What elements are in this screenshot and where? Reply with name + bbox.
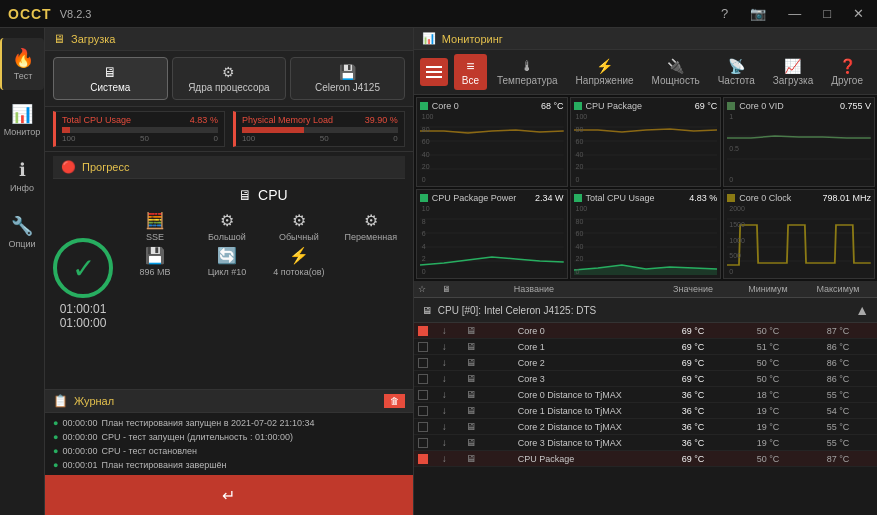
tab-voltage-label: Напряжение xyxy=(576,75,634,86)
sidebar-item-test[interactable]: 🔥 Тест xyxy=(0,38,44,90)
svg-rect-10 xyxy=(727,113,871,183)
row-8-name: CPU Package xyxy=(514,454,653,464)
time-elapsed: 01:00:01 01:00:00 xyxy=(60,302,107,330)
entry-time-3: 00:00:01 xyxy=(62,460,97,470)
row-6-val: 36 °C xyxy=(653,422,733,432)
row-4-val: 36 °C xyxy=(653,390,733,400)
group-cpu-icon: 🖥 xyxy=(422,305,432,316)
chart-clk-dot xyxy=(727,194,735,202)
row-5-icon2: 🖥 xyxy=(466,405,490,416)
row-2-check[interactable] xyxy=(418,358,428,368)
table-row-5: ↓ 🖥 Core 1 Distance to TjMAX 36 °C 19 °C… xyxy=(414,403,877,419)
chart-vid-yaxis: 10.50 xyxy=(727,113,747,183)
progress-header: 🔴 Прогресс xyxy=(53,156,405,179)
row-6-check[interactable] xyxy=(418,422,428,432)
title-bar: OCCT V8.2.3 ? 📷 — □ ✕ xyxy=(0,0,877,28)
row-8-check[interactable] xyxy=(418,454,428,464)
tab-cpu[interactable]: 💾 Celeron J4125 xyxy=(290,57,405,100)
chart-cpupkg-dot xyxy=(574,102,582,110)
row-7-check[interactable] xyxy=(418,438,428,448)
row-5-icon1: ↓ xyxy=(442,405,466,416)
row-7-max: 55 °C xyxy=(803,438,873,448)
tab-temp[interactable]: 🌡 Температура xyxy=(489,54,566,90)
sistema-icon: 🖥 xyxy=(103,64,117,80)
sidebar-item-info[interactable]: ℹ Инфо xyxy=(0,150,44,202)
tab-other[interactable]: ❓ Другое xyxy=(823,54,871,90)
cpu-title-icon: 🖥 xyxy=(238,187,252,203)
col-check: ☆ xyxy=(418,284,442,294)
row-3-icon2: 🖥 xyxy=(466,373,490,384)
sidebar-label-info: Инфо xyxy=(10,183,34,193)
tab-all[interactable]: ≡ Все xyxy=(454,54,487,90)
mem-stat-label: Physical Memory Load 39.90 % xyxy=(242,115,398,125)
chart-clk-canvas: 2000150010005000 xyxy=(727,205,871,275)
chart-clk-title: Core 0 Clock 798.01 MHz xyxy=(727,193,871,203)
row-0-icon2: 🖥 xyxy=(466,325,490,336)
entry-text-1: CPU - тест запущен (длительность : 01:00… xyxy=(101,432,292,442)
row-7-icon2: 🖥 xyxy=(466,437,490,448)
table-row-7: ↓ 🖥 Core 3 Distance to TjMAX 36 °C 19 °C… xyxy=(414,435,877,451)
charts-grid: Core 0 68 °C 100806040200 xyxy=(414,95,877,281)
row-4-icon1: ↓ xyxy=(442,389,466,400)
row-1-check[interactable] xyxy=(418,342,428,352)
journal-entry-1: ● 00:00:00 CPU - тест запущен (длительно… xyxy=(53,430,405,444)
cpu-icon-threads: ⚡ 4 потока(ов) xyxy=(265,246,333,277)
camera-button[interactable]: 📷 xyxy=(745,4,771,23)
dot-green-1: ● xyxy=(53,432,58,442)
hamburger-button[interactable] xyxy=(420,58,448,86)
chart-vid-canvas: 10.50 xyxy=(727,113,871,183)
row-5-check[interactable] xyxy=(418,406,428,416)
tab-sistema[interactable]: 🖥 Система xyxy=(53,57,168,100)
row-3-check[interactable] xyxy=(418,374,428,384)
row-1-icon1: ↓ xyxy=(442,341,466,352)
row-3-name: Core 3 xyxy=(514,374,653,384)
monitor-icon: 📊 xyxy=(11,103,33,125)
zagr-header: 🖥 Загрузка xyxy=(45,28,413,51)
table-row-6: ↓ 🖥 Core 2 Distance to TjMAX 36 °C 19 °C… xyxy=(414,419,877,435)
col-ic1: 🖥 xyxy=(442,284,466,294)
tab-freq-label: Частота xyxy=(718,75,755,86)
minimize-button[interactable]: — xyxy=(783,4,806,23)
chart-core0: Core 0 68 °C 100806040200 xyxy=(416,97,568,187)
row-4-icon2: 🖥 xyxy=(466,389,490,400)
row-4-check[interactable] xyxy=(418,390,428,400)
chart-cpupkg-yaxis: 100806040200 xyxy=(574,113,594,183)
mem-bar-fill xyxy=(242,127,304,133)
chart-vid: Core 0 VID 0.755 V 10.50 xyxy=(723,97,875,187)
run-button[interactable]: ↵ xyxy=(45,475,413,515)
close-button[interactable]: ✕ xyxy=(848,4,869,23)
sidebar-item-options[interactable]: 🔧 Опции xyxy=(0,206,44,258)
settings-icon: 🔧 xyxy=(11,215,33,237)
tab-cores[interactable]: ⚙ Ядра процессора xyxy=(172,57,287,100)
cores-icon: ⚙ xyxy=(222,64,235,80)
row-0-val: 69 °C xyxy=(653,326,733,336)
cpu-icon-cycle: 🔄 Цикл #10 xyxy=(193,246,261,277)
row-6-icon1: ↓ xyxy=(442,421,466,432)
cpu-stat-label: Total CPU Usage 4.83 % xyxy=(62,115,218,125)
chart-pkgpwr-yaxis: 1086420 xyxy=(420,205,440,275)
journal-section: 📋 Журнал 🗑 ● 00:00:00 План тестирования … xyxy=(45,389,413,475)
chart-cpupkg-canvas: 100806040200 xyxy=(574,113,718,183)
chart-cpuusage-title: Total CPU Usage 4.83 % xyxy=(574,193,718,203)
tab-freq[interactable]: 📡 Частота xyxy=(710,54,763,90)
help-button[interactable]: ? xyxy=(716,4,733,23)
left-tabs: 🖥 Система ⚙ Ядра процессора 💾 Celeron J4… xyxy=(45,51,413,107)
row-7-name: Core 3 Distance to TjMAX xyxy=(514,438,653,448)
tab-voltage[interactable]: ⚡ Напряжение xyxy=(568,54,642,90)
sidebar-item-monitor[interactable]: 📊 Монитор xyxy=(0,94,44,146)
tab-load[interactable]: 📈 Загрузка xyxy=(765,54,821,90)
group-expand-icon[interactable]: ▲ xyxy=(855,302,869,318)
row-1-icon2: 🖥 xyxy=(466,341,490,352)
app-version: V8.2.3 xyxy=(60,8,92,20)
clear-journal-button[interactable]: 🗑 xyxy=(384,394,405,408)
chart-core0-yaxis: 100806040200 xyxy=(420,113,440,183)
maximize-button[interactable]: □ xyxy=(818,4,836,23)
table-row-0: ↓ 🖥 Core 0 69 °C 50 °C 87 °C xyxy=(414,323,877,339)
tabs-row: 🖥 Система ⚙ Ядра процессора 💾 Celeron J4… xyxy=(53,57,405,100)
power-icon: 🔌 xyxy=(667,58,684,74)
threads-icon: ⚡ xyxy=(289,246,309,265)
row-0-check[interactable] xyxy=(418,326,428,336)
tab-cores-label: Ядра процессора xyxy=(188,82,269,93)
tab-power[interactable]: 🔌 Мощность xyxy=(644,54,708,90)
row-4-name: Core 0 Distance to TjMAX xyxy=(514,390,653,400)
